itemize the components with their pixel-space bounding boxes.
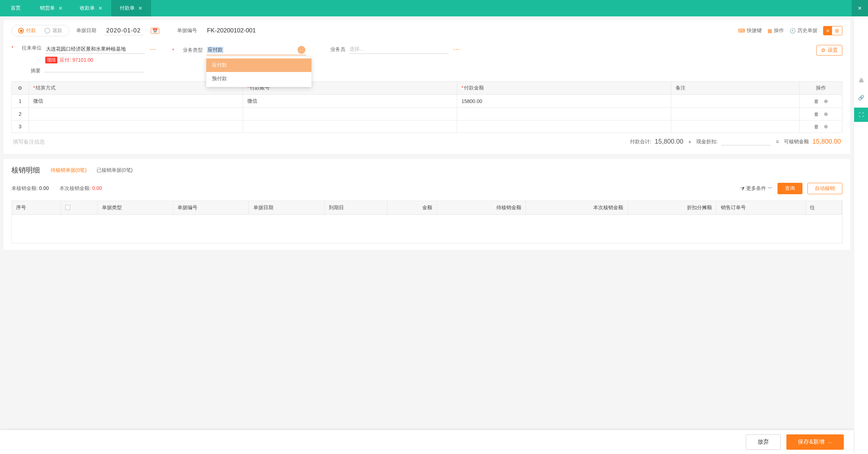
cell-method[interactable]: 微信 [29, 95, 243, 108]
delete-row-icon[interactable]: 🗑 [814, 98, 819, 104]
dcol-seq: 序号 [12, 201, 61, 215]
totals-row: 付款合计: 15,800.00 + 现金折扣: = 可核销金额 15,800.0… [11, 133, 842, 147]
remark-input[interactable] [13, 139, 625, 145]
partner-label: 往来单位 [17, 45, 42, 51]
tab-pending[interactable]: 待核销单据(0笔) [51, 167, 87, 174]
pay-total-value: 15,800.00 [655, 138, 683, 145]
biztype-option[interactable]: 应付款 [206, 58, 311, 72]
cell-remark[interactable] [671, 120, 799, 133]
dcol-check[interactable] [61, 201, 97, 215]
operate-link[interactable]: ▦操作 [768, 27, 784, 34]
cash-tag: 现结 [45, 57, 57, 63]
col-amount: 付款金额 [457, 82, 671, 95]
history-label: 历史单据 [797, 27, 817, 34]
thiswriteoff-value: 0.00 [92, 185, 102, 191]
close-icon[interactable]: ✕ [138, 5, 143, 11]
payment-table: ⚙ 结算方式 付款账号 付款金额 备注 操作 1 微信 微信 15800.00 … [11, 81, 842, 133]
cell-account[interactable]: 微信 [243, 95, 457, 108]
writeoff-label: 可核销金额 [784, 139, 809, 145]
writeoff-detail: 核销明细 待核销单据(0笔) 已核销单据(0笔) 未核销金额: 0.00 本次核… [4, 159, 850, 250]
close-icon[interactable]: ✕ [98, 5, 103, 11]
summary-label: 摘要 [16, 68, 41, 74]
operate-label: 操作 [774, 27, 784, 34]
settings-label: 设置 [828, 47, 838, 53]
cell-amount[interactable]: 15800.00 [457, 95, 671, 108]
cell-amount[interactable] [457, 120, 671, 133]
delete-row-icon[interactable]: 🗑 [814, 111, 819, 117]
partner-input[interactable]: 大连花园口经济区景和水果种植基地 [45, 45, 145, 54]
radio-pay[interactable]: 付款 [18, 27, 36, 34]
row-index: 2 [12, 108, 29, 120]
form-card: * 往来单位 大连花园口经济区景和水果种植基地 ··· 现结 应付: 97101… [4, 40, 850, 154]
unwriteoff-value: 0.00 [39, 185, 49, 191]
link-icon[interactable]: 🔗 [854, 91, 868, 105]
save-new-button[interactable]: 保存&新增︿ [786, 434, 844, 450]
biztype-dropdown: 应付款 预付款 [206, 57, 311, 87]
tab-sales[interactable]: 销货单 ✕ [31, 0, 71, 16]
pay-refund-toggle: 付款 退款 [11, 25, 69, 36]
shortcut-label: 快捷键 [747, 27, 762, 34]
radio-refund-label: 退款 [52, 27, 62, 34]
delete-row-icon[interactable]: 🗑 [814, 124, 819, 129]
date-label: 单据日期 [76, 27, 96, 34]
col-ops: 操作 [800, 82, 842, 95]
tab-bar: 首页 销货单 ✕ 收款单 ✕ 付款单 ✕ ✕ [0, 0, 868, 16]
gear-column-icon[interactable]: ⚙ [12, 82, 29, 95]
add-row-icon[interactable]: ⊕ [824, 124, 828, 129]
writeoff-table: 序号 单据类型 单据编号 单据日期 到期日 金额 待核销金额 本次核销金额 折扣… [12, 201, 842, 215]
more-conditions[interactable]: ⧩更多条件﹀ [740, 185, 773, 192]
settings-button[interactable]: ⚙ 设置 [816, 45, 842, 56]
radio-refund[interactable]: 退款 [45, 27, 62, 34]
table-row: 2 🗑⊕ [12, 108, 842, 120]
cell-account[interactable] [243, 120, 457, 133]
discount-input[interactable] [721, 138, 771, 145]
view-list-icon[interactable] [823, 26, 832, 35]
cell-remark[interactable] [671, 95, 799, 108]
salesman-lookup-icon[interactable]: ··· [452, 47, 461, 52]
expand-icon[interactable]: ⛶ [854, 108, 868, 122]
cell-method[interactable] [29, 108, 243, 120]
shortcut-link[interactable]: ⌨快捷键 [738, 27, 762, 34]
chevron-down-icon: ﹀ [768, 185, 773, 192]
tabs-close-all[interactable]: ✕ [852, 0, 868, 16]
checkbox-icon[interactable] [65, 205, 70, 210]
auto-writeoff-button[interactable]: 自动核销 [807, 183, 842, 194]
cell-remark[interactable] [671, 108, 799, 120]
cell-account[interactable] [243, 108, 457, 120]
print-icon[interactable]: 🖶 [854, 73, 868, 88]
calendar-icon[interactable]: 📅 [151, 28, 159, 34]
gear-icon: ⚙ [821, 47, 826, 53]
query-button[interactable]: 查询 [777, 183, 802, 194]
right-sidebar: 🖶 🔗 ⛶ [854, 16, 868, 454]
plus-sign: + [688, 139, 691, 145]
biztype-select[interactable]: 应付款 ︿ 应付款 预付款 [206, 45, 306, 55]
close-icon[interactable]: ✕ [58, 5, 63, 11]
discount-label: 现金折扣: [696, 139, 718, 145]
discard-button[interactable]: 放弃 [746, 434, 781, 450]
filter-icon: ⧩ [740, 186, 745, 192]
tab-label: 收款单 [80, 5, 95, 11]
tab-home[interactable]: 首页 [0, 0, 31, 16]
dcol-type: 单据类型 [97, 201, 173, 215]
tab-done[interactable]: 已核销单据(0笔) [97, 167, 133, 174]
add-row-icon[interactable]: ⊕ [824, 111, 828, 117]
partner-lookup-icon[interactable]: ··· [149, 47, 158, 52]
cell-amount[interactable] [457, 108, 671, 120]
summary-input[interactable] [44, 70, 144, 72]
date-value[interactable]: 2020-01-02 [103, 26, 144, 35]
chevron-up-icon[interactable]: ︿ [298, 46, 305, 54]
tab-receipt[interactable]: 收款单 ✕ [71, 0, 111, 16]
dcol-amount: 金额 [387, 201, 437, 215]
writeoff-value: 15,800.00 [812, 138, 841, 145]
detail-title: 核销明细 [11, 165, 40, 175]
biztype-option[interactable]: 预付款 [206, 72, 311, 86]
pay-total-label: 付款合计: [630, 139, 651, 145]
salesman-select[interactable]: 选择... [349, 45, 449, 54]
add-row-icon[interactable]: ⊕ [824, 98, 828, 104]
tab-payment[interactable]: 付款单 ✕ [111, 0, 151, 16]
history-link[interactable]: 🕘历史单据 [790, 27, 817, 34]
dcol-date: 单据日期 [249, 201, 325, 215]
cell-method[interactable] [29, 120, 243, 133]
view-card-icon[interactable] [832, 26, 842, 35]
table-row: 1 微信 微信 15800.00 🗑⊕ [12, 95, 842, 108]
